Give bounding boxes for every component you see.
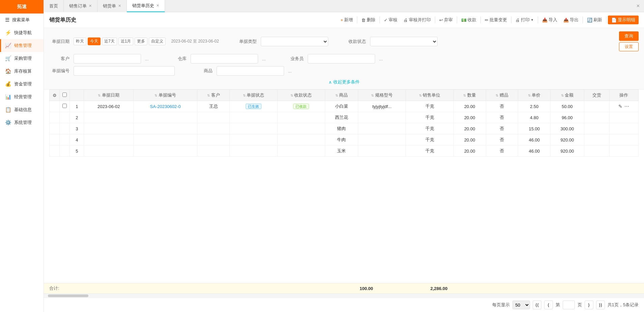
sidebar-item-purchase-mgmt[interactable]: 🛒 采购管理 [0, 52, 44, 65]
col-qty[interactable]: ⇅ 数量 [453, 90, 486, 101]
col-checkbox[interactable] [60, 90, 70, 101]
date-btn-1month[interactable]: 近1月 [118, 37, 134, 45]
print-button[interactable]: 🖨 打印 ▼ [513, 16, 536, 24]
page-next-button[interactable]: ⟩ [585, 301, 593, 309]
page-size-label: 每页显示 [492, 302, 510, 308]
page-last-button[interactable]: ⟩⟩ [596, 301, 605, 309]
row-checkbox-cell[interactable] [60, 101, 70, 112]
tab-home[interactable]: 首页 [44, 0, 64, 12]
col-doc-no[interactable]: ⇅ 单据编号 [133, 90, 197, 101]
payment-status-select[interactable] [370, 37, 438, 46]
col-price[interactable]: ⇅ 单价 [518, 90, 551, 101]
show-detail-button[interactable]: 📄 显示明细 [608, 16, 639, 24]
row-doc-no-cell[interactable]: SA-20230602-0 [133, 101, 197, 112]
table-row: 5 玉米 千克 20.00 否 46.00 920.00 [50, 146, 639, 157]
page-prev-button[interactable]: ⟨ [544, 301, 553, 309]
col-pay-status[interactable]: ⇅ 收款状态 [277, 90, 325, 101]
refresh-button[interactable]: 🔄 刷新 [584, 16, 605, 24]
col-goods[interactable]: ⇅ 商品 [325, 90, 358, 101]
tab-sales-delivery[interactable]: 销货单 ✕ [97, 0, 127, 12]
warehouse-dots[interactable]: ... [262, 56, 266, 61]
row-doc-no-cell[interactable] [133, 112, 197, 123]
date-btn-yesterday[interactable]: 昨天 [74, 37, 86, 45]
row-checkbox-cell[interactable] [60, 146, 70, 157]
sidebar-item-inventory[interactable]: 🏠 库存核算 [0, 65, 44, 78]
col-doc-status[interactable]: ⇅ 单据状态 [230, 90, 277, 101]
row-checkbox[interactable] [62, 104, 67, 108]
date-btn-today[interactable]: 今天 [88, 37, 101, 45]
row-gift-cell: 否 [486, 146, 518, 157]
add-button[interactable]: + 新增 [338, 16, 356, 24]
tab-sales-delivery-close[interactable]: ✕ [118, 4, 121, 8]
goods-dots[interactable]: ... [288, 69, 292, 74]
col-unit[interactable]: ⇅ 销售单位 [406, 90, 453, 101]
collect-icon: 💵 [461, 18, 467, 23]
date-btn-custom[interactable]: 自定义 [149, 37, 166, 45]
date-btn-7days[interactable]: 近7天 [102, 37, 117, 45]
tab-sales-order-close[interactable]: ✕ [89, 4, 92, 8]
import-button[interactable]: 📥 导入 [539, 16, 560, 24]
row-customer-cell [197, 134, 230, 146]
query-button[interactable]: 查询 [619, 31, 639, 41]
sidebar-item-sys-mgmt[interactable]: ⚙️ 系统管理 [0, 116, 44, 129]
col-setting[interactable]: ⚙ [50, 90, 60, 101]
row-doc-no-cell[interactable] [133, 134, 197, 146]
audit-print-button[interactable]: 🖨 审核并打印 [401, 16, 433, 24]
col-spec[interactable]: ⇅ 规格型号 [358, 90, 406, 101]
customer-dots[interactable]: ... [145, 56, 149, 61]
sidebar-item-search[interactable]: ☰ 搜索菜单 [0, 14, 44, 26]
row-doc-no-cell[interactable] [133, 123, 197, 134]
tab-sales-order[interactable]: 销售订单 ✕ [64, 0, 97, 12]
add-icon: + [340, 18, 343, 23]
salesperson-input[interactable] [308, 54, 375, 63]
row-doc-no-cell[interactable] [133, 146, 197, 157]
col-customer[interactable]: ⇅ 客户 [197, 90, 230, 101]
col-date[interactable]: ⇅ 单据日期 [84, 90, 133, 101]
date-range-display: 2023-06-02 至 2023-06-02 [171, 38, 219, 44]
goods-input[interactable] [217, 66, 284, 76]
batch-change-button[interactable]: ✏ 批量变更 [482, 16, 510, 24]
row-customer-cell [197, 112, 230, 123]
row-unit-cell: 千克 [406, 146, 453, 157]
sidebar-item-operations[interactable]: 📊 经营管理 [0, 90, 44, 103]
edit-icon[interactable]: ✎ [618, 104, 622, 109]
more-icon[interactable]: ⋯ [624, 104, 629, 109]
tab-sales-history[interactable]: 销货单历史 ✕ [127, 0, 165, 12]
audit-button[interactable]: ✓ 审核 [381, 16, 400, 24]
row-checkbox-cell[interactable] [60, 123, 70, 134]
date-btn-more[interactable]: 更多 [135, 37, 147, 45]
page-number-input[interactable]: 1 [563, 301, 575, 309]
select-all-checkbox[interactable] [62, 93, 67, 97]
export-button[interactable]: 📤 导出 [561, 16, 581, 24]
page-first-button[interactable]: ⟨⟨ [533, 301, 541, 309]
col-gift[interactable]: ⇅ 赠品 [486, 90, 518, 101]
abandon-button[interactable]: ↩ 弃审 [437, 16, 455, 24]
customer-input[interactable] [74, 54, 141, 63]
collapse-button[interactable]: ∧ 收起更多条件 [327, 78, 362, 86]
col-amount[interactable]: ⇅ 金额 [551, 90, 584, 101]
row-setting-cell [50, 101, 60, 112]
sidebar-item-finance[interactable]: 💰 资金管理 [0, 78, 44, 90]
sidebar-item-quick-nav[interactable]: ⚡ 快捷导航 [0, 26, 44, 39]
doc-no-input[interactable] [74, 66, 175, 76]
tab-bar-close-all[interactable]: ✕ [632, 3, 644, 8]
horizontal-scrollbar[interactable] [44, 293, 644, 297]
page-size-select[interactable]: 50 10 20 100 [512, 301, 530, 309]
summary-total-qty: 100.00 [360, 286, 373, 291]
row-checkbox-cell[interactable] [60, 112, 70, 123]
row-pay-status-cell [277, 134, 325, 146]
delete-button[interactable]: 🗑 删除 [359, 16, 378, 24]
table-row: 1 2023-06-02 SA-20230602-0 王总 已生效 已收款 小白… [50, 101, 639, 112]
doc-no-link[interactable]: SA-20230602-0 [150, 104, 181, 109]
setting-button[interactable]: 设置 [619, 42, 639, 51]
collect-button[interactable]: 💵 收款 [458, 16, 479, 24]
salesperson-dots[interactable]: ... [379, 56, 383, 61]
warehouse-input[interactable] [191, 54, 258, 63]
sidebar-item-basic-info[interactable]: 📋 基础信息 [0, 103, 44, 116]
show-detail-icon: 📄 [611, 18, 617, 23]
scrollbar-thumb[interactable] [48, 294, 88, 297]
sidebar-item-sales-mgmt[interactable]: 📈 销售管理 [0, 39, 44, 52]
tab-sales-history-close[interactable]: ✕ [156, 3, 159, 8]
doc-type-select[interactable] [261, 37, 328, 46]
row-checkbox-cell[interactable] [60, 134, 70, 146]
